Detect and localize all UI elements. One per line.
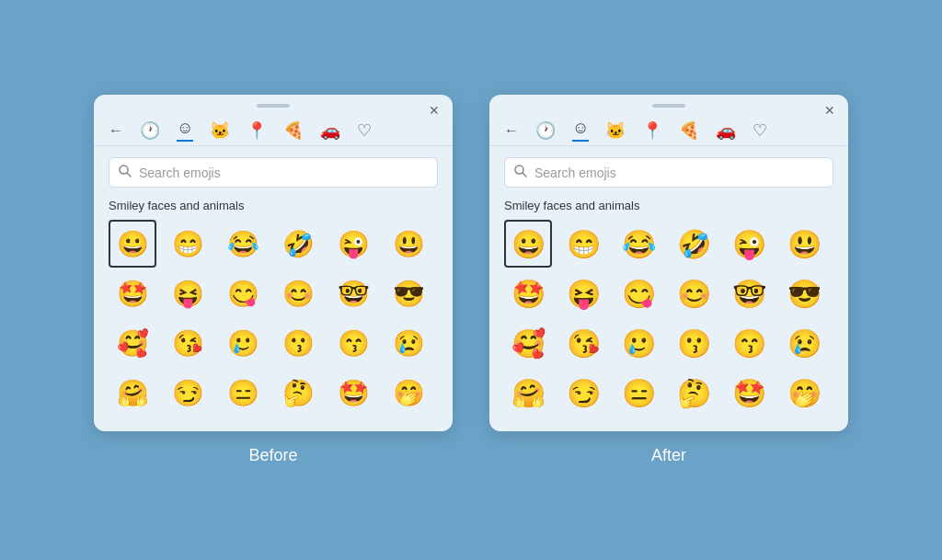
after-nav-location[interactable]: 📍 (642, 120, 662, 141)
after-emoji-4[interactable]: 😜 (725, 220, 773, 268)
before-emoji-21[interactable]: 🤔 (274, 369, 322, 417)
before-emoji-20[interactable]: 😑 (219, 369, 267, 417)
after-emoji-19[interactable]: 😏 (559, 369, 607, 417)
before-emoji-8[interactable]: 😋 (219, 269, 267, 317)
after-emoji-8[interactable]: 😋 (615, 269, 662, 317)
after-drag-handle (652, 104, 685, 108)
before-emoji-11[interactable]: 😎 (385, 269, 432, 317)
before-drag-handle (257, 104, 290, 108)
after-emoji-grid: 😀 😁 😂 🤣 😜 😃 🤩 😝 😋 😊 🤓 😎 🥰 😘 🥲 😗 😙 😢 🤗 (489, 220, 848, 417)
before-emoji-grid: 😀 😁 😂 🤣 😜 😃 🤩 😝 😋 😊 🤓 😎 🥰 😘 🥲 😗 😙 😢 🤗 (94, 220, 453, 417)
before-emoji-5[interactable]: 😃 (385, 220, 432, 268)
svg-line-3 (523, 173, 526, 177)
after-emoji-0[interactable]: 😀 (504, 220, 552, 268)
after-search-bar[interactable]: Search emojis (504, 157, 833, 188)
before-emoji-2[interactable]: 😂 (219, 220, 267, 268)
after-emoji-7[interactable]: 😝 (559, 269, 607, 317)
before-emoji-15[interactable]: 😗 (274, 319, 322, 367)
before-panel-wrap: ✕ ← 🕐 ☺ 🐱 📍 🍕 🚗 ♡ Search emoj (94, 95, 453, 465)
before-nav-heart[interactable]: ♡ (357, 120, 372, 141)
before-emoji-22[interactable]: 🤩 (329, 369, 377, 417)
after-titlebar: ✕ (489, 95, 848, 113)
after-emoji-1[interactable]: 😁 (559, 220, 607, 268)
after-emoji-20[interactable]: 😑 (615, 369, 662, 417)
before-emoji-0[interactable]: 😀 (109, 220, 156, 268)
after-search-placeholder: Search emojis (534, 166, 616, 180)
after-nav-food[interactable]: 🍕 (679, 120, 699, 141)
before-emoji-6[interactable]: 🤩 (109, 269, 156, 317)
after-nav-recent[interactable]: 🕐 (535, 120, 556, 141)
after-emoji-23[interactable]: 🤭 (780, 369, 828, 417)
before-panel: ✕ ← 🕐 ☺ 🐱 📍 🍕 🚗 ♡ Search emoj (94, 95, 453, 431)
after-nav-animal[interactable]: 🐱 (605, 120, 626, 141)
after-emoji-21[interactable]: 🤔 (670, 369, 718, 417)
before-emoji-3[interactable]: 🤣 (274, 220, 322, 268)
after-emoji-15[interactable]: 😗 (670, 319, 718, 367)
before-search-placeholder: Search emojis (139, 166, 221, 180)
after-emoji-13[interactable]: 😘 (559, 319, 607, 367)
after-panel: ✕ ← 🕐 ☺ 🐱 📍 🍕 🚗 ♡ Search emoj (489, 95, 848, 431)
before-close-button[interactable]: ✕ (429, 104, 440, 117)
before-label: Before (248, 446, 297, 465)
after-emoji-2[interactable]: 😂 (615, 220, 662, 268)
before-nav-location[interactable]: 📍 (247, 120, 267, 141)
svg-line-1 (127, 173, 131, 177)
before-section-label: Smiley faces and animals (94, 195, 453, 220)
before-emoji-17[interactable]: 😢 (385, 319, 432, 367)
after-emoji-16[interactable]: 😙 (725, 319, 773, 367)
before-emoji-19[interactable]: 😏 (164, 369, 212, 417)
before-emoji-7[interactable]: 😝 (164, 269, 212, 317)
before-emoji-18[interactable]: 🤗 (109, 369, 156, 417)
before-nav-recent[interactable]: 🕐 (140, 120, 160, 141)
after-nav-heart[interactable]: ♡ (752, 120, 767, 141)
before-search-bar[interactable]: Search emojis (109, 157, 438, 188)
before-nav-food[interactable]: 🍕 (283, 120, 304, 141)
before-emoji-14[interactable]: 🥲 (219, 319, 267, 367)
before-nav-travel[interactable]: 🚗 (320, 120, 340, 141)
after-emoji-10[interactable]: 🤓 (725, 269, 773, 317)
after-emoji-11[interactable]: 😎 (780, 269, 828, 317)
after-panel-wrap: ✕ ← 🕐 ☺ 🐱 📍 🍕 🚗 ♡ Search emoj (489, 95, 848, 465)
before-emoji-13[interactable]: 😘 (164, 319, 212, 367)
before-emoji-9[interactable]: 😊 (274, 269, 322, 317)
before-emoji-4[interactable]: 😜 (329, 220, 377, 268)
main-container: ✕ ← 🕐 ☺ 🐱 📍 🍕 🚗 ♡ Search emoj (94, 95, 848, 465)
after-search-icon (514, 165, 527, 180)
after-emoji-5[interactable]: 😃 (780, 220, 828, 268)
before-nav-animal[interactable]: 🐱 (210, 120, 230, 141)
after-emoji-12[interactable]: 🥰 (504, 319, 552, 367)
before-nav-bar: ← 🕐 ☺ 🐱 📍 🍕 🚗 ♡ (94, 113, 453, 146)
before-nav-smiley[interactable]: ☺ (177, 119, 193, 142)
after-nav-smiley[interactable]: ☺ (572, 119, 589, 142)
before-search-icon (119, 165, 132, 180)
after-emoji-18[interactable]: 🤗 (504, 369, 552, 417)
after-label: After (651, 446, 686, 465)
after-nav-travel[interactable]: 🚗 (716, 120, 736, 141)
before-emoji-1[interactable]: 😁 (164, 220, 212, 268)
before-emoji-23[interactable]: 🤭 (385, 369, 432, 417)
before-emoji-12[interactable]: 🥰 (109, 319, 156, 367)
after-nav-bar: ← 🕐 ☺ 🐱 📍 🍕 🚗 ♡ (489, 113, 848, 146)
before-emoji-16[interactable]: 😙 (329, 319, 377, 367)
after-emoji-14[interactable]: 🥲 (615, 319, 662, 367)
before-back-icon[interactable]: ← (109, 122, 123, 139)
after-emoji-9[interactable]: 😊 (670, 269, 718, 317)
after-emoji-6[interactable]: 🤩 (504, 269, 552, 317)
after-emoji-22[interactable]: 🤩 (725, 369, 773, 417)
after-section-label: Smiley faces and animals (489, 195, 848, 220)
after-close-button[interactable]: ✕ (824, 104, 835, 117)
after-emoji-3[interactable]: 🤣 (670, 220, 718, 268)
before-emoji-10[interactable]: 🤓 (329, 269, 377, 317)
before-titlebar: ✕ (94, 95, 453, 113)
after-back-icon[interactable]: ← (504, 122, 519, 139)
after-emoji-17[interactable]: 😢 (780, 319, 828, 367)
